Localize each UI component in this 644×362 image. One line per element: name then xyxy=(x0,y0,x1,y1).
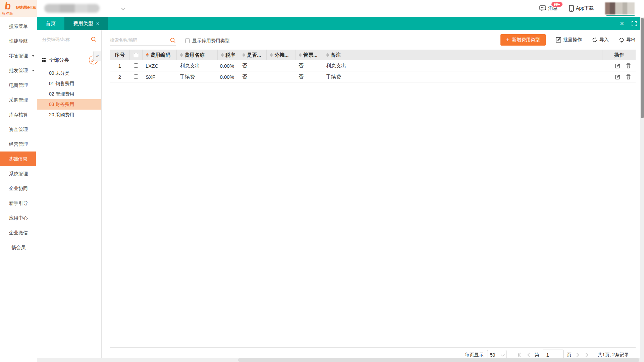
app-window: b 畅捷通好生意 标准版 搜索菜单 快捷导航 零售管理 批发管理 电商管理 采购… xyxy=(0,0,644,362)
sidebar-item-operations[interactable]: 经营管理 xyxy=(0,137,37,152)
main-panel: 显示停用费用类型 + 新增费用类型 批量操作 xyxy=(102,30,644,362)
phone-icon xyxy=(569,5,574,12)
sidebar-item-retail[interactable]: 零售管理 xyxy=(0,48,37,63)
prev-page-button[interactable] xyxy=(526,353,531,357)
category-root-label: 全部分类 xyxy=(49,57,89,63)
category-item-finance[interactable]: 03 财务费用 xyxy=(37,99,101,110)
avatar-underline xyxy=(606,15,635,16)
sidebar-item-app-center[interactable]: 应用中心 xyxy=(0,210,37,225)
avatar-image-redacted xyxy=(605,2,635,14)
fullscreen-icon[interactable] xyxy=(632,17,637,30)
cell-flag3: 否 xyxy=(295,74,323,80)
row-checkbox[interactable] xyxy=(134,63,138,68)
column-header-flag3[interactable]: 普票... xyxy=(295,50,323,60)
sidebar-item-ecommerce[interactable]: 电商管理 xyxy=(0,78,37,93)
messages-button[interactable]: 消息 99+ xyxy=(539,5,557,11)
vertical-scrollbar-thumb[interactable] xyxy=(641,18,644,118)
app-download-button[interactable]: App下载 xyxy=(569,5,594,12)
cell-remark: 手续费 xyxy=(323,74,602,80)
sidebar-item-system[interactable]: 系统管理 xyxy=(0,166,37,181)
chevron-down-icon xyxy=(121,6,125,10)
close-tab-icon[interactable]: ✕ xyxy=(96,21,100,26)
category-item-admin[interactable]: 02 管理费用 xyxy=(37,89,101,99)
cell-code: LXZC xyxy=(142,63,176,69)
sort-icon[interactable] xyxy=(270,53,273,57)
cell-name: 利息支出 xyxy=(176,63,217,69)
sort-icon[interactable] xyxy=(243,53,245,57)
category-search-input[interactable] xyxy=(42,37,91,42)
horizontal-scrollbar-thumb[interactable] xyxy=(238,358,639,362)
org-name-redacted xyxy=(44,4,100,13)
category-root[interactable]: 全部分类 xyxy=(42,55,101,65)
first-page-button[interactable] xyxy=(516,353,523,357)
vertical-scrollbar[interactable] xyxy=(640,17,644,358)
tab-home[interactable]: 首页 xyxy=(37,17,64,30)
toolbar: 显示停用费用类型 + 新增费用类型 批量操作 xyxy=(110,30,636,50)
sort-icon[interactable] xyxy=(299,53,302,57)
main-column: 消息 99+ App下载 首页 费用类型 ✕ xyxy=(37,0,644,362)
next-page-button[interactable] xyxy=(575,353,580,357)
sort-icon[interactable] xyxy=(180,53,183,57)
edit-row-icon[interactable] xyxy=(615,74,621,79)
column-header-name[interactable]: 费用名称 xyxy=(176,50,217,60)
close-all-tabs-icon[interactable]: ✕ xyxy=(620,17,624,30)
column-header-rate[interactable]: 税率 xyxy=(217,50,239,60)
table-search-input[interactable] xyxy=(110,38,170,43)
table-row[interactable]: 1 LXZC 利息支出 0.00% 否 否 利息支出 xyxy=(110,60,636,71)
expense-type-table: 序号 费用编码 费用名称 税率 是否... 分摊... 普票... 备注 操作 … xyxy=(110,50,636,82)
table-search xyxy=(110,37,176,46)
column-header-flag1[interactable]: 是否... xyxy=(239,50,266,60)
chevron-down-icon xyxy=(32,55,35,57)
select-all-checkbox[interactable] xyxy=(134,53,138,57)
import-icon xyxy=(592,37,597,43)
column-header-remark[interactable]: 备注 xyxy=(323,50,602,60)
batch-operations-button[interactable]: 批量操作 xyxy=(556,37,582,43)
category-grid-icon xyxy=(42,58,46,62)
row-checkbox[interactable] xyxy=(134,74,138,79)
sidebar-item-inventory[interactable]: 库存核算 xyxy=(0,107,37,122)
sidebar-item-purchase[interactable]: 采购管理 xyxy=(0,93,37,107)
column-header-seq: 序号 xyxy=(110,50,129,60)
horizontal-scrollbar[interactable] xyxy=(37,358,644,362)
sidebar-item-wechat-work[interactable]: 企业微信 xyxy=(0,225,37,240)
sidebar-item-quick-nav[interactable]: 快捷导航 xyxy=(0,34,37,48)
last-page-button[interactable] xyxy=(584,353,590,357)
delete-row-icon[interactable] xyxy=(626,74,631,79)
category-item-unclassified[interactable]: 00 未分类 xyxy=(37,68,101,78)
sort-icon[interactable] xyxy=(146,53,149,57)
user-avatar[interactable] xyxy=(605,2,635,14)
sort-icon[interactable] xyxy=(326,53,329,57)
export-button[interactable]: 导出 xyxy=(619,37,636,43)
column-header-code[interactable]: 费用编码 xyxy=(142,50,176,60)
org-selector[interactable] xyxy=(44,1,127,16)
sidebar-item-collaboration[interactable]: 企业协同 xyxy=(0,181,37,196)
import-button[interactable]: 导入 xyxy=(592,37,609,43)
search-icon[interactable] xyxy=(91,36,97,42)
cell-code: SXF xyxy=(142,74,176,80)
column-header-ops: 操作 xyxy=(602,50,636,60)
chevron-down-icon xyxy=(500,352,504,356)
table-row[interactable]: 2 SXF 手续费 0.00% 否 否 手续费 xyxy=(110,71,636,82)
message-count-badge: 99+ xyxy=(551,1,563,7)
cell-rate: 0.00% xyxy=(217,63,239,69)
collapse-panel-button[interactable]: « xyxy=(93,51,101,61)
column-header-flag2[interactable]: 分摊... xyxy=(266,50,295,60)
sidebar-item-beginner-guide[interactable]: 新手引导 xyxy=(0,196,37,210)
show-disabled-checkbox[interactable] xyxy=(185,39,190,43)
sidebar-item-basic-info[interactable]: 基础信息 xyxy=(0,152,36,166)
delete-row-icon[interactable] xyxy=(626,63,631,68)
sidebar-item-wholesale[interactable]: 批发管理 xyxy=(0,63,37,78)
sidebar-item-member[interactable]: 畅会员 xyxy=(0,240,37,255)
sort-icon[interactable] xyxy=(221,53,224,57)
category-item-sales[interactable]: 01 销售费用 xyxy=(37,78,101,89)
sidebar-nav: 搜索菜单 快捷导航 零售管理 批发管理 电商管理 采购管理 库存核算 资金管理 … xyxy=(0,17,37,255)
category-item-purchase[interactable]: 20 采购费用 xyxy=(37,110,101,120)
sidebar-item-search-menu[interactable]: 搜索菜单 xyxy=(0,19,37,34)
tab-expense-type[interactable]: 费用类型 ✕ xyxy=(64,17,108,30)
edit-row-icon[interactable] xyxy=(615,63,621,68)
add-expense-type-button[interactable]: + 新增费用类型 xyxy=(500,34,546,46)
sidebar-item-funds[interactable]: 资金管理 xyxy=(0,122,37,137)
brand-logo-icon: b xyxy=(4,0,11,12)
export-icon xyxy=(619,37,624,43)
search-icon[interactable] xyxy=(170,37,176,43)
